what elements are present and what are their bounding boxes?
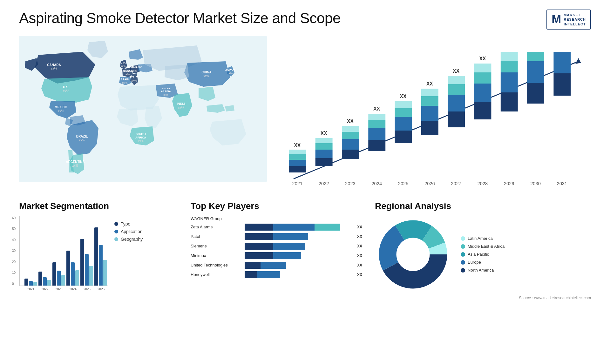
players-list: WAGNER Group Zeta Alarms XX Patol	[191, 216, 362, 278]
player-row-patol: Patol XX	[191, 233, 362, 240]
svg-rect-60	[395, 117, 412, 131]
legend-latin-america: Latin America	[461, 236, 505, 241]
svg-text:XX: XX	[479, 56, 486, 61]
legend-latin-america-dot	[461, 236, 465, 241]
donut-area: Latin America Middle East & Africa Asia …	[375, 216, 505, 293]
player-row-wagner: WAGNER Group	[191, 216, 362, 221]
svg-text:xx%: xx%	[63, 89, 69, 93]
svg-rect-41	[315, 158, 333, 166]
svg-rect-56	[368, 114, 385, 120]
player-row-honeywell: Honeywell XX	[191, 271, 362, 278]
svg-text:SPAIN: SPAIN	[121, 78, 129, 81]
regional-container: Regional Analysis	[375, 201, 591, 300]
svg-text:XX: XX	[453, 68, 459, 74]
svg-rect-43	[315, 143, 333, 150]
svg-text:xx%: xx%	[178, 106, 184, 110]
logo: M MARKET RESEARCH INTELLECT	[546, 10, 591, 30]
svg-text:ARGENTINA: ARGENTINA	[66, 160, 85, 164]
svg-text:SOUTH: SOUTH	[136, 132, 146, 136]
svg-text:INDIA: INDIA	[177, 102, 185, 106]
svg-rect-77	[474, 102, 491, 119]
svg-rect-50	[342, 126, 359, 132]
legend-type: Type	[114, 221, 143, 226]
svg-rect-90	[527, 61, 544, 83]
svg-rect-91	[527, 52, 544, 61]
svg-rect-54	[368, 128, 385, 140]
svg-rect-36	[289, 160, 306, 166]
player-row-united: United Technologies XX	[191, 262, 362, 269]
player-row-siemens: Siemens XX	[191, 243, 362, 250]
svg-text:xx%: xx%	[138, 139, 143, 143]
map-svg-wrapper: CANADA xx% U.S. xx% MEXICO xx% BRAZIL xx…	[19, 36, 267, 182]
page-container: Aspirating Smoke Detector Market Size an…	[0, 0, 610, 364]
svg-text:2030: 2030	[530, 181, 541, 186]
svg-rect-47	[342, 150, 359, 159]
svg-rect-93	[553, 73, 571, 96]
svg-rect-68	[421, 89, 438, 96]
svg-rect-67	[421, 96, 438, 106]
segmentation-legend: Type Application Geography	[114, 221, 143, 242]
logo-letter: M	[552, 13, 561, 26]
regional-title: Regional Analysis	[375, 201, 451, 211]
logo-text: MARKET RESEARCH INTELLECT	[564, 13, 586, 26]
svg-marker-34	[575, 58, 581, 64]
svg-text:xx%: xx%	[163, 93, 168, 96]
svg-rect-73	[448, 84, 465, 95]
svg-rect-49	[342, 132, 359, 139]
svg-text:CHINA: CHINA	[201, 71, 212, 74]
svg-text:xx%: xx%	[120, 64, 126, 68]
svg-text:xx%: xx%	[131, 79, 137, 82]
svg-rect-83	[501, 92, 518, 111]
player-row-minimax: Minimax XX	[191, 252, 362, 259]
svg-text:2029: 2029	[504, 181, 514, 186]
svg-text:2025: 2025	[398, 181, 409, 186]
svg-text:AFRICA: AFRICA	[135, 136, 146, 139]
svg-text:MEXICO: MEXICO	[55, 105, 67, 109]
svg-text:xx%: xx%	[124, 73, 130, 76]
svg-text:2026: 2026	[424, 181, 435, 186]
svg-point-101	[397, 239, 429, 270]
svg-text:xx%: xx%	[58, 109, 64, 113]
bottom-section: Market Segmentation 6050403020100	[19, 201, 591, 300]
page-title: Aspirating Smoke Detector Market Size an…	[19, 10, 341, 27]
player-bar-minimax	[245, 252, 352, 259]
players-title: Top Key Players	[191, 201, 362, 211]
svg-text:xx%: xx%	[51, 67, 57, 71]
legend-application: Application	[114, 229, 143, 234]
svg-text:U.K.: U.K.	[120, 61, 126, 64]
legend-asia-pacific-dot	[461, 252, 465, 257]
segmentation-container: Market Segmentation 6050403020100	[19, 201, 178, 291]
svg-rect-53	[368, 140, 385, 151]
legend-north-america-dot	[461, 268, 465, 273]
svg-text:XX: XX	[294, 143, 301, 148]
svg-rect-94	[553, 52, 571, 73]
svg-rect-89	[527, 83, 544, 104]
svg-rect-59	[395, 131, 412, 143]
svg-text:2031: 2031	[557, 181, 567, 186]
player-bar-zeta	[245, 224, 352, 231]
svg-text:2028: 2028	[478, 181, 488, 186]
svg-text:XX: XX	[321, 131, 327, 136]
legend-middle-east-africa-dot	[461, 244, 465, 249]
source-text: Source : www.marketresearchintellect.com	[375, 296, 591, 300]
player-bar-siemens	[245, 243, 352, 250]
svg-text:ARABIA: ARABIA	[161, 90, 171, 93]
bar-chart-svg: XX 2021 XX 2022 XX 2023	[280, 52, 591, 192]
players-container: Top Key Players WAGNER Group Zeta Alarms…	[191, 201, 362, 278]
legend-europe: Europe	[461, 260, 505, 265]
svg-rect-44	[315, 138, 333, 143]
svg-text:ITALY: ITALY	[130, 76, 138, 79]
svg-text:xx%: xx%	[204, 74, 210, 78]
svg-text:SAUDI: SAUDI	[162, 87, 170, 90]
svg-text:2022: 2022	[319, 181, 329, 186]
svg-rect-84	[501, 72, 518, 92]
svg-rect-61	[395, 108, 412, 117]
svg-rect-38	[289, 150, 306, 154]
legend-middle-east-africa: Middle East & Africa	[461, 244, 505, 249]
svg-text:BRAZIL: BRAZIL	[76, 135, 88, 138]
svg-rect-86	[501, 52, 518, 61]
svg-text:U.S.: U.S.	[63, 85, 69, 89]
svg-text:CANADA: CANADA	[47, 63, 61, 67]
legend-geography-dot	[114, 237, 118, 241]
svg-rect-79	[474, 72, 491, 84]
